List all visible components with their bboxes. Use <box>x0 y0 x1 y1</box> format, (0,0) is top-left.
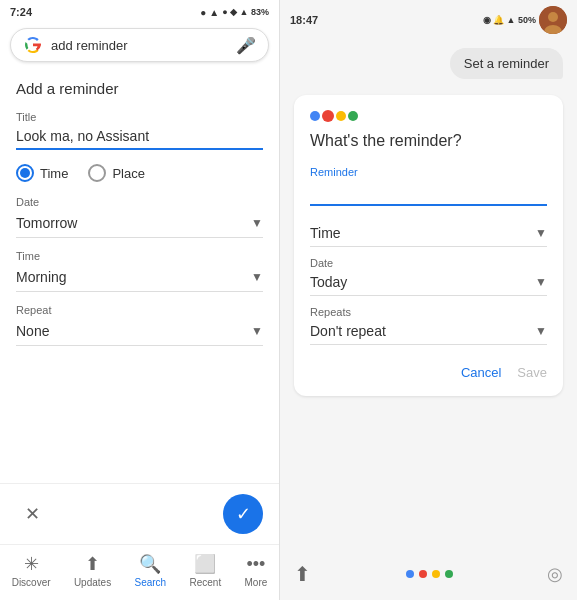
nav-updates-label: Updates <box>74 577 111 588</box>
cancel-button[interactable]: Cancel <box>461 365 501 380</box>
updates-icon: ⬆ <box>85 553 100 575</box>
right-actions: Cancel Save <box>310 359 547 380</box>
right-bottom-bar: ⬆ ◎ <box>280 552 577 600</box>
right-time-chevron-icon: ▼ <box>535 226 547 240</box>
nav-discover-label: Discover <box>12 577 51 588</box>
search-input-text[interactable]: add reminder <box>51 38 236 53</box>
nav-recent[interactable]: ⬜ Recent <box>189 553 221 588</box>
signal-icon: ● <box>200 7 206 18</box>
radio-place-label: Place <box>112 166 145 181</box>
date-dropdown[interactable]: Tomorrow ▼ <box>16 211 263 238</box>
radio-group: Time Place <box>16 164 263 182</box>
reminder-input[interactable] <box>310 182 547 206</box>
right-status-icons: ◉ 🔔 ▲ 50% <box>483 6 567 34</box>
right-battery-icon: ◉ 🔔 ▲ 50% <box>483 15 536 25</box>
chat-area: Set a reminder What's the reminder? Remi… <box>280 38 577 552</box>
right-status-bar: 18:47 ◉ 🔔 ▲ 50% <box>280 0 577 38</box>
search-icon: 🔍 <box>139 553 161 575</box>
right-time: 18:47 <box>290 14 318 26</box>
google-logo <box>23 35 43 55</box>
left-status-bar: 7:24 ● ▲ ● ◆ ▲ 83% <box>0 0 279 22</box>
assistant-card: What's the reminder? Reminder Time ▼ Dat… <box>294 95 563 396</box>
nav-recent-label: Recent <box>189 577 221 588</box>
right-repeats-chevron-icon: ▼ <box>535 324 547 338</box>
form-title: Add a reminder <box>16 80 263 97</box>
right-date-dropdown[interactable]: Today ▼ <box>310 271 547 296</box>
assistant-logo <box>310 111 547 122</box>
title-input[interactable] <box>16 126 263 150</box>
date-chevron-icon: ▼ <box>251 216 263 230</box>
nav-updates[interactable]: ⬆ Updates <box>74 553 111 588</box>
title-field-label: Title <box>16 111 263 123</box>
bottom-nav: ✳ Discover ⬆ Updates 🔍 Search ⬜ Recent •… <box>0 544 279 600</box>
indicator-dot-3 <box>432 570 440 578</box>
indicator-dot-1 <box>406 570 414 578</box>
compass-icon[interactable]: ◎ <box>547 563 563 585</box>
right-panel: 18:47 ◉ 🔔 ▲ 50% Set a reminder <box>280 0 577 600</box>
logo-dot-green <box>348 111 358 121</box>
right-time-dropdown[interactable]: Time ▼ <box>310 222 547 247</box>
right-time-value: Time <box>310 225 341 241</box>
right-date-field[interactable]: Date Today ▼ <box>310 257 547 296</box>
nav-more-label: More <box>245 577 268 588</box>
date-value: Tomorrow <box>16 215 77 231</box>
time-chevron-icon: ▼ <box>251 270 263 284</box>
time-field[interactable]: Time Morning ▼ <box>16 250 263 292</box>
repeat-chevron-icon: ▼ <box>251 324 263 338</box>
left-status-icons: ● ▲ ● ◆ ▲ 83% <box>200 7 269 18</box>
radio-time-label: Time <box>40 166 68 181</box>
close-button[interactable]: ✕ <box>16 498 48 530</box>
date-field[interactable]: Date Tomorrow ▼ <box>16 196 263 238</box>
wifi-icon: ▲ <box>209 7 219 18</box>
radio-time-circle[interactable] <box>16 164 34 182</box>
discover-icon: ✳ <box>24 553 39 575</box>
battery-icon: ● ◆ ▲ 83% <box>222 7 269 17</box>
reminder-label: Reminder <box>310 166 547 178</box>
right-date-chevron-icon: ▼ <box>535 275 547 289</box>
repeat-dropdown[interactable]: None ▼ <box>16 319 263 346</box>
avatar[interactable] <box>539 6 567 34</box>
radio-place[interactable]: Place <box>88 164 145 182</box>
indicator-dot-4 <box>445 570 453 578</box>
logo-dot-yellow <box>336 111 346 121</box>
right-date-value: Today <box>310 274 347 290</box>
time-value: Morning <box>16 269 67 285</box>
right-time-field[interactable]: Time ▼ <box>310 222 547 247</box>
time-label: Time <box>16 250 263 262</box>
repeat-field[interactable]: Repeat None ▼ <box>16 304 263 346</box>
save-button[interactable]: Save <box>517 365 547 380</box>
assistant-bottom-icon[interactable]: ⬆ <box>294 562 311 586</box>
radio-place-circle[interactable] <box>88 164 106 182</box>
right-repeats-value: Don't repeat <box>310 323 386 339</box>
left-panel: 7:24 ● ▲ ● ◆ ▲ 83% add reminder 🎤 Add a … <box>0 0 280 600</box>
repeat-label: Repeat <box>16 304 263 316</box>
svg-point-2 <box>548 12 558 22</box>
repeat-value: None <box>16 323 49 339</box>
mic-icon[interactable]: 🎤 <box>236 36 256 55</box>
logo-dot-red <box>322 110 334 122</box>
nav-more[interactable]: ••• More <box>245 554 268 588</box>
search-bar[interactable]: add reminder 🎤 <box>10 28 269 62</box>
assistant-question: What's the reminder? <box>310 132 547 150</box>
right-repeats-label: Repeats <box>310 306 547 318</box>
right-repeats-dropdown[interactable]: Don't repeat ▼ <box>310 320 547 345</box>
nav-search[interactable]: 🔍 Search <box>134 553 166 588</box>
more-icon: ••• <box>246 554 265 575</box>
indicator-dot-2 <box>419 570 427 578</box>
right-repeats-field[interactable]: Repeats Don't repeat ▼ <box>310 306 547 345</box>
dots-indicator <box>406 570 453 578</box>
form-actions: ✕ ✓ <box>0 483 279 544</box>
reminder-form: Add a reminder Title Time Place Date Tom… <box>0 68 279 483</box>
left-time: 7:24 <box>10 6 32 18</box>
recent-icon: ⬜ <box>194 553 216 575</box>
time-dropdown[interactable]: Morning ▼ <box>16 265 263 292</box>
nav-search-label: Search <box>134 577 166 588</box>
user-bubble: Set a reminder <box>450 48 563 79</box>
confirm-button[interactable]: ✓ <box>223 494 263 534</box>
logo-dot-blue <box>310 111 320 121</box>
right-date-label: Date <box>310 257 547 269</box>
date-label: Date <box>16 196 263 208</box>
radio-time[interactable]: Time <box>16 164 68 182</box>
nav-discover[interactable]: ✳ Discover <box>12 553 51 588</box>
